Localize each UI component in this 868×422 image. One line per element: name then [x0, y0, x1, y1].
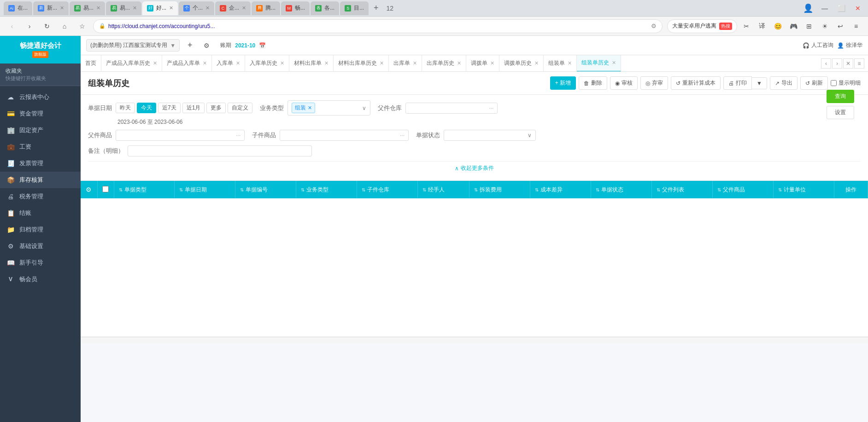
- page-tab-1[interactable]: 产成品入库单历史 ✕: [101, 55, 162, 72]
- browser-tab-8[interactable]: 腾 腾...: [252, 1, 280, 15]
- shortcut-7days[interactable]: 近7天: [158, 103, 181, 113]
- sidebar-item-basic-settings[interactable]: ⚙ 基础设置: [0, 238, 81, 254]
- browser-tab-3[interactable]: 易 易... ✕: [70, 1, 105, 15]
- grid-icon[interactable]: ⊞: [803, 20, 815, 33]
- shortcut-1month[interactable]: 近1月: [182, 103, 205, 113]
- sidebar-item-tax[interactable]: 🖨 税务管理: [0, 188, 81, 205]
- col-parent-goods[interactable]: ⇅ 父件商品: [712, 181, 773, 198]
- biz-type-tag-remove[interactable]: ✕: [308, 105, 312, 111]
- shortcut-more[interactable]: 更多: [206, 103, 226, 113]
- page-tab-7[interactable]: 出库单 ✕: [389, 55, 422, 72]
- recalc-button[interactable]: ↺ 重新计算成本: [671, 76, 721, 90]
- page-tab-9[interactable]: 调拨单 ✕: [466, 55, 499, 72]
- browser-tab-2[interactable]: 新 新... ✕: [33, 1, 69, 15]
- sidebar-item-payroll[interactable]: 💼 工资: [0, 139, 81, 155]
- page-tab-close-7[interactable]: ✕: [413, 60, 417, 66]
- refresh-nav-button[interactable]: ↻: [41, 20, 53, 33]
- page-tab-8[interactable]: 出库单历史 ✕: [422, 55, 466, 72]
- page-tab-5[interactable]: 材料出库单 ✕: [289, 55, 334, 72]
- game-icon[interactable]: 🎮: [787, 20, 800, 33]
- sidebar-item-fixed-assets[interactable]: 🏢 固定资产: [0, 122, 81, 139]
- col-settings[interactable]: ⚙: [81, 181, 97, 198]
- close-button[interactable]: ✕: [851, 2, 864, 15]
- sun-icon[interactable]: ☀: [818, 20, 831, 33]
- browser-tab-5[interactable]: 好 好... ✕: [142, 1, 178, 15]
- page-tab-close-8[interactable]: ✕: [457, 60, 461, 66]
- display-detail-input[interactable]: [831, 80, 837, 86]
- sidebar-item-fund-mgmt[interactable]: 💳 资金管理: [0, 105, 81, 122]
- star-button[interactable]: ☆: [76, 20, 88, 33]
- horizontal-scrollbar[interactable]: [81, 337, 868, 343]
- approve-button[interactable]: ◉ 审核: [610, 76, 638, 90]
- abandon-button[interactable]: ◎ 弃审: [640, 76, 668, 90]
- select-all-checkbox[interactable]: [102, 186, 109, 192]
- scissors-icon[interactable]: ✂: [740, 20, 753, 33]
- col-disassembly-fee[interactable]: ⇅ 拆装费用: [469, 181, 530, 198]
- page-tab-close-6[interactable]: ✕: [380, 60, 384, 66]
- col-doc-no[interactable]: ⇅ 单据编号: [235, 181, 296, 198]
- col-doc-type[interactable]: ⇅ 单据类型: [114, 181, 175, 198]
- page-tab-2[interactable]: 产成品入库单 ✕: [162, 55, 212, 72]
- settings-icon[interactable]: ⚙: [200, 39, 213, 52]
- add-company-button[interactable]: +: [183, 39, 196, 52]
- add-button[interactable]: + 新增: [550, 76, 576, 90]
- export-button[interactable]: ↗ 导出: [770, 76, 798, 90]
- parent-goods-select[interactable]: ···: [116, 130, 245, 141]
- delete-button[interactable]: 🗑 删除: [579, 76, 607, 90]
- browser-tab-7[interactable]: C 企... ✕: [215, 1, 251, 15]
- tab-scroll-left[interactable]: ‹: [821, 58, 831, 69]
- page-tab-close-9[interactable]: ✕: [490, 60, 494, 66]
- new-tab-button[interactable]: +: [369, 2, 382, 15]
- menu-icon[interactable]: ≡: [850, 20, 862, 33]
- col-unit[interactable]: ⇅ 计量单位: [773, 181, 834, 198]
- sidebar-item-invoice[interactable]: 🧾 发票管理: [0, 155, 81, 172]
- service-button[interactable]: 🎧 人工咨询: [803, 41, 833, 49]
- parent-goods-more[interactable]: ···: [236, 132, 240, 139]
- page-tab-home[interactable]: 首页: [81, 55, 101, 72]
- col-parent-list[interactable]: ⇅ 父件列表: [651, 181, 712, 198]
- tab-close-6[interactable]: ✕: [205, 5, 210, 11]
- page-tab-6[interactable]: 材料出库单历史 ✕: [334, 55, 389, 72]
- calendar-icon[interactable]: 📅: [259, 42, 266, 49]
- tab-close-7[interactable]: ✕: [242, 5, 246, 11]
- tab-close-current[interactable]: ✕: [843, 58, 853, 69]
- page-tab-close-1[interactable]: ✕: [153, 60, 157, 66]
- display-detail-checkbox[interactable]: 显示明细: [831, 79, 861, 87]
- filter-settings-button[interactable]: 设置: [827, 106, 854, 119]
- shortcut-custom[interactable]: 自定义: [228, 103, 252, 113]
- tab-scroll-right[interactable]: ›: [832, 58, 842, 69]
- tab-close-5[interactable]: ✕: [169, 5, 173, 11]
- browser-tab-1[interactable]: Ai 在...: [4, 1, 32, 15]
- page-tab-11[interactable]: 组装单 ✕: [544, 55, 577, 72]
- sidebar-item-guide[interactable]: 📖 新手引导: [0, 254, 81, 271]
- col-child-warehouse[interactable]: ⇅ 子件仓库: [357, 181, 418, 198]
- parent-warehouse-more[interactable]: ···: [489, 105, 493, 111]
- user-profile[interactable]: 👤 徐泽华: [837, 41, 862, 49]
- tab-close-3[interactable]: ✕: [96, 5, 100, 11]
- sidebar-item-member[interactable]: V 畅会员: [0, 271, 81, 288]
- emoji-icon[interactable]: 😊: [771, 20, 784, 33]
- biz-type-select[interactable]: 组装 ✕ ∨: [287, 100, 370, 116]
- translate-icon[interactable]: 译: [756, 20, 768, 33]
- page-tab-close-2[interactable]: ✕: [203, 60, 207, 66]
- notes-input[interactable]: [128, 145, 312, 156]
- col-doc-date[interactable]: ⇅ 单据日期: [175, 181, 235, 198]
- shortcut-today[interactable]: 今天: [137, 103, 156, 113]
- collapse-button[interactable]: ∧ 收起更多条件: [455, 164, 494, 172]
- back-button[interactable]: ‹: [6, 20, 18, 33]
- page-tab-3[interactable]: 入库单 ✕: [212, 55, 245, 72]
- page-tab-12[interactable]: 组装单历史 ✕: [577, 55, 621, 72]
- tab-close-2[interactable]: ✕: [60, 5, 64, 11]
- col-doc-status[interactable]: ⇅ 单据状态: [591, 181, 652, 198]
- table-settings-icon[interactable]: ⚙: [86, 186, 92, 193]
- shortcut-yesterday[interactable]: 昨天: [116, 103, 135, 113]
- page-tab-close-5[interactable]: ✕: [324, 60, 328, 66]
- browser-tab-11[interactable]: S 目...: [340, 1, 369, 15]
- tab-close-4[interactable]: ✕: [133, 5, 137, 11]
- page-tab-close-4[interactable]: ✕: [280, 60, 284, 66]
- page-tab-10[interactable]: 调拨单历史 ✕: [499, 55, 544, 72]
- col-cost-diff[interactable]: ⇅ 成本差异: [530, 181, 591, 198]
- address-bar[interactable]: 🔒 https://cloud.chanjet.com/accounting/u…: [93, 19, 663, 33]
- parent-warehouse-select[interactable]: ···: [405, 103, 498, 114]
- page-tab-4[interactable]: 入库单历史 ✕: [245, 55, 289, 72]
